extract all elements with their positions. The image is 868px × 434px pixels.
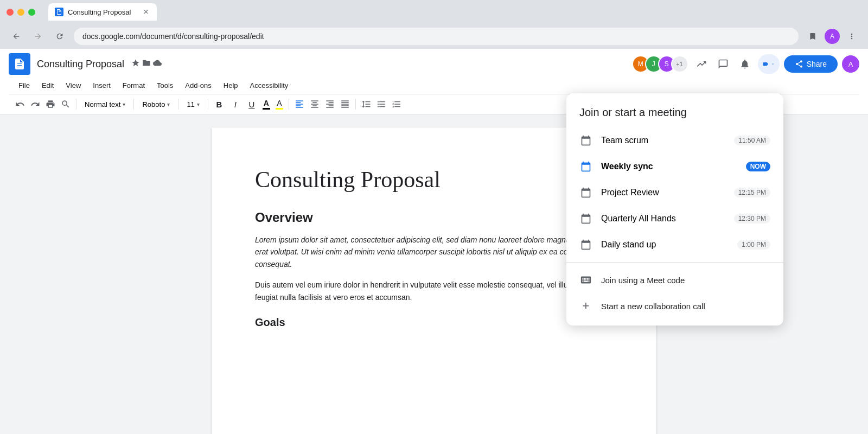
menu-accessibility[interactable]: Accessibility xyxy=(245,79,294,92)
folder-icon[interactable] xyxy=(142,59,151,67)
meeting-name-4: Daily stand up xyxy=(601,240,729,250)
highlight-indicator xyxy=(276,108,283,110)
meet-panel: Join or start a meeting Team scrum 11:50… xyxy=(566,93,783,326)
share-label: Share xyxy=(807,60,827,68)
toolbar-sep-6 xyxy=(355,99,356,110)
toolbar-sep-5 xyxy=(289,99,289,110)
collab-avatars: M J S +1 xyxy=(632,55,688,73)
tab-close-button[interactable]: ✕ xyxy=(142,8,150,16)
bullets-button[interactable] xyxy=(374,97,388,112)
plus-icon: + xyxy=(579,299,592,312)
menu-tools[interactable]: Tools xyxy=(151,79,178,92)
notifications-button[interactable] xyxy=(736,55,754,73)
new-collaboration-action[interactable]: + Start a new collaboration call xyxy=(566,293,783,319)
line-spacing-button[interactable] xyxy=(359,97,373,112)
browser-chrome: Consulting Proposal ✕ docs.google.com/do… xyxy=(0,0,868,49)
join-meet-code-action[interactable]: Join using a Meet code xyxy=(566,267,783,293)
menu-help[interactable]: Help xyxy=(218,79,244,92)
toolbar-sep-3 xyxy=(178,99,178,110)
underline-button[interactable]: U xyxy=(244,97,259,112)
meeting-item-4[interactable]: Daily stand up 1:00 PM xyxy=(566,232,783,258)
comments-button[interactable] xyxy=(714,55,732,73)
calendar-icon-3 xyxy=(579,212,592,225)
font-chevron: ▾ xyxy=(167,101,170,107)
meeting-item-0[interactable]: Team scrum 11:50 AM xyxy=(566,127,783,154)
meeting-name-0: Team scrum xyxy=(601,136,725,145)
text-style-label: Normal text xyxy=(85,100,120,108)
menu-view[interactable]: View xyxy=(60,79,86,92)
menu-edit[interactable]: Edit xyxy=(36,79,59,92)
share-button[interactable]: Share xyxy=(784,55,838,73)
tab-title: Consulting Proposal xyxy=(68,8,137,16)
zoom-button[interactable] xyxy=(59,97,73,112)
activity-button[interactable] xyxy=(693,55,710,73)
user-avatar[interactable]: A xyxy=(825,29,840,44)
browser-actions: A xyxy=(805,29,859,44)
traffic-light-red[interactable] xyxy=(7,9,14,16)
meeting-time-0: 11:50 AM xyxy=(734,136,770,145)
collab-avatar-4: +1 xyxy=(671,55,688,73)
meet-button[interactable] xyxy=(758,54,780,74)
meeting-time-4: 1:00 PM xyxy=(737,240,770,250)
browser-tab[interactable]: Consulting Proposal ✕ xyxy=(48,3,157,21)
address-text: docs.google.com/document/d/consulting-pr… xyxy=(82,32,264,41)
highlight-button[interactable]: A xyxy=(273,97,285,112)
meet-panel-title: Join or start a meeting xyxy=(566,93,783,127)
italic-button[interactable]: I xyxy=(228,97,243,112)
doc-paragraph-2: Duis autem vel eum iriure dolor in hendr… xyxy=(255,279,613,303)
align-center-button[interactable] xyxy=(308,97,322,112)
bold-button[interactable]: B xyxy=(212,97,227,112)
redo-button[interactable] xyxy=(28,97,42,112)
menu-file[interactable]: File xyxy=(13,79,35,92)
print-button[interactable] xyxy=(43,97,58,112)
calendar-icon-0 xyxy=(579,134,592,147)
forward-button[interactable] xyxy=(30,29,46,44)
doc-title: Consulting Proposal xyxy=(255,167,613,193)
text-style-dropdown[interactable]: Normal text ▾ xyxy=(80,97,130,112)
traffic-light-yellow[interactable] xyxy=(17,9,24,16)
font-dropdown[interactable]: Roboto ▾ xyxy=(137,97,175,112)
text-style-chevron: ▾ xyxy=(123,101,125,107)
menu-button[interactable] xyxy=(844,29,859,44)
tab-favicon xyxy=(55,8,63,16)
meeting-item-1[interactable]: Weekly sync NOW xyxy=(566,154,783,180)
align-left-button[interactable] xyxy=(292,97,307,112)
meeting-time-3: 12:30 PM xyxy=(734,214,770,224)
docs-title-row: Consulting Proposal M J S +1 xyxy=(9,53,859,75)
undo-button[interactable] xyxy=(13,97,27,112)
document-title[interactable]: Consulting Proposal xyxy=(37,59,124,69)
menu-insert[interactable]: Insert xyxy=(87,79,116,92)
meeting-item-3[interactable]: Quarterly All Hands 12:30 PM xyxy=(566,206,783,232)
meet-icon xyxy=(762,59,769,69)
keyboard-icon xyxy=(579,273,592,286)
reload-button[interactable] xyxy=(52,29,67,44)
align-right-button[interactable] xyxy=(323,97,337,112)
text-color-indicator xyxy=(263,108,270,110)
star-icon[interactable] xyxy=(131,59,140,67)
toolbar-sep-1 xyxy=(76,99,76,110)
back-button[interactable] xyxy=(9,29,24,44)
menu-addons[interactable]: Add-ons xyxy=(180,79,216,92)
new-collaboration-label: Start a new collaboration call xyxy=(601,302,705,311)
font-size-chevron: ▾ xyxy=(197,101,200,107)
justify-button[interactable] xyxy=(338,97,352,112)
menu-format[interactable]: Format xyxy=(117,79,150,92)
font-size-dropdown[interactable]: 11 ▾ xyxy=(182,97,204,112)
cloud-icon[interactable] xyxy=(153,59,162,67)
meeting-name-3: Quarterly All Hands xyxy=(601,214,725,224)
docs-user-avatar[interactable]: A xyxy=(842,55,859,73)
address-bar[interactable]: docs.google.com/document/d/consulting-pr… xyxy=(74,28,799,45)
text-color-button[interactable]: A xyxy=(260,97,272,112)
meet-dropdown-chevron xyxy=(771,61,775,67)
font-size-label: 11 xyxy=(187,100,194,108)
meeting-item-2[interactable]: Project Review 12:15 PM xyxy=(566,180,783,206)
menu-bar: File Edit View Insert Format Tools Add-o… xyxy=(9,77,859,94)
meeting-time-1: NOW xyxy=(746,162,770,171)
calendar-icon-2 xyxy=(579,186,592,199)
numbering-button[interactable] xyxy=(390,97,404,112)
toolbar-sep-2 xyxy=(133,99,134,110)
docs-title-area: Consulting Proposal xyxy=(37,59,626,70)
bookmark-button[interactable] xyxy=(805,29,820,44)
share-icon xyxy=(795,60,803,68)
traffic-light-green[interactable] xyxy=(28,9,35,16)
